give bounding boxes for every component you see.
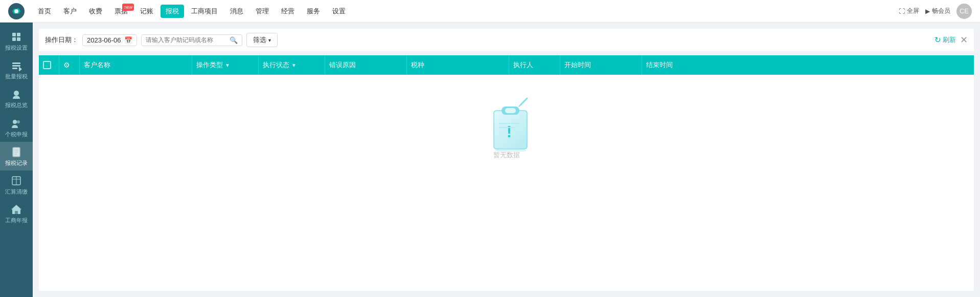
- play-icon: ▶: [925, 8, 930, 15]
- client-name-label: 客户名称: [84, 60, 110, 70]
- svg-rect-3: [17, 33, 20, 36]
- fullscreen-icon: ⛶: [899, 8, 905, 15]
- svg-line-25: [519, 104, 521, 107]
- tax-records-icon: [10, 146, 22, 158]
- th-checkbox: [39, 55, 59, 75]
- settings-icon[interactable]: ⚙: [63, 61, 70, 69]
- svg-text:!: !: [506, 122, 512, 141]
- nav-customer[interactable]: 客户: [58, 5, 82, 18]
- error-reason-label: 错误原因: [329, 60, 356, 70]
- header-checkbox[interactable]: [43, 61, 51, 69]
- filter-button[interactable]: 筛选 ▾: [246, 33, 278, 47]
- table-body: !: [39, 75, 974, 291]
- content-area: 操作日期： 2023-06-06 📅 🔍 筛选 ▾ ↻ 刷新 ✕: [33, 23, 980, 297]
- fullscreen-btn[interactable]: ⛶ 全屏: [899, 7, 919, 15]
- svg-rect-7: [12, 65, 20, 67]
- nav-management[interactable]: 管理: [250, 5, 274, 18]
- th-error-reason: 错误原因: [325, 55, 407, 75]
- top-nav: 首页 客户 收费 票据 new 记账 报税 工商项目 消息 管理 经营 服务 设…: [0, 0, 980, 23]
- nav-operations[interactable]: 经营: [276, 5, 300, 18]
- start-time-label: 开始时间: [564, 60, 591, 70]
- filter-label: 筛选: [253, 35, 266, 45]
- table-header: ⚙ 客户名称 操作类型 ▼ 执行状态 ▼ 错误原因 税种: [39, 55, 974, 75]
- annual-report-label: 工商年报: [5, 217, 28, 224]
- settlement-icon: [10, 175, 22, 187]
- search-wrap: 🔍: [141, 34, 242, 46]
- nav-message[interactable]: 消息: [225, 5, 248, 18]
- nav-accounting[interactable]: 记账: [135, 5, 158, 18]
- svg-rect-8: [12, 68, 17, 69]
- svg-point-10: [14, 91, 19, 96]
- refresh-button[interactable]: ↻ 刷新: [935, 35, 956, 45]
- user-avatar[interactable]: CE: [956, 4, 972, 19]
- fullscreen-label: 全屏: [907, 7, 919, 15]
- executor-label: 执行人: [513, 60, 533, 70]
- sort-icon-status: ▼: [291, 62, 297, 68]
- sidebar: 报税设置 批量报税 报税总览: [0, 23, 33, 297]
- nav-industry[interactable]: 工商项目: [186, 5, 223, 18]
- sidebar-item-tax-summary[interactable]: 报税总览: [0, 84, 33, 113]
- svg-point-11: [13, 120, 17, 124]
- calendar-icon: 📅: [124, 36, 132, 44]
- svg-rect-6: [12, 62, 20, 64]
- svg-marker-9: [19, 67, 22, 71]
- svg-marker-21: [11, 205, 21, 209]
- tax-settings-label: 报税设置: [5, 45, 28, 51]
- toolbar: 操作日期： 2023-06-06 📅 🔍 筛选 ▾ ↻ 刷新 ✕: [39, 29, 974, 51]
- tax-type-label: 税种: [411, 60, 424, 70]
- top-nav-right: ⛶ 全屏 ▶ 畅会员 CE: [899, 4, 972, 19]
- date-label: 操作日期：: [45, 35, 78, 45]
- sidebar-item-batch-tax[interactable]: 批量报税: [0, 55, 33, 84]
- date-picker[interactable]: 2023-06-06 📅: [82, 34, 137, 46]
- nav-settings[interactable]: 设置: [327, 5, 351, 18]
- svg-rect-28: [505, 108, 516, 113]
- th-settings: ⚙: [59, 55, 80, 75]
- th-end-time: 结束时间: [642, 55, 709, 75]
- tax-settings-icon: [10, 31, 22, 43]
- chevron-down-icon: ▾: [268, 37, 271, 43]
- settlement-label: 汇算清缴: [5, 188, 28, 195]
- search-icon: 🔍: [230, 36, 238, 44]
- annual-report-icon: [10, 203, 22, 216]
- th-exec-status[interactable]: 执行状态 ▼: [259, 55, 325, 75]
- batch-tax-icon: [10, 59, 22, 72]
- search-input[interactable]: [146, 36, 227, 44]
- tax-summary-icon: [10, 88, 22, 100]
- sidebar-item-settlement[interactable]: 汇算清缴: [0, 171, 33, 199]
- nav-tax[interactable]: 报税: [161, 5, 184, 18]
- sidebar-item-tax-records[interactable]: 报税记录: [0, 142, 33, 171]
- th-executor: 执行人: [509, 55, 560, 75]
- empty-text: 暂无数据: [493, 151, 520, 160]
- close-button[interactable]: ✕: [960, 35, 968, 45]
- sidebar-item-tax-settings[interactable]: 报税设置: [0, 27, 33, 55]
- sidebar-item-personal-tax[interactable]: 个税申报: [0, 113, 33, 142]
- table-container: ⚙ 客户名称 操作类型 ▼ 执行状态 ▼ 错误原因 税种: [39, 55, 974, 291]
- svg-rect-2: [12, 33, 16, 36]
- sidebar-item-annual-report[interactable]: 工商年报: [0, 199, 33, 228]
- th-start-time: 开始时间: [560, 55, 642, 75]
- nav-invoice[interactable]: 票据 new: [109, 5, 133, 18]
- app-logo[interactable]: [8, 3, 25, 19]
- refresh-label: 刷新: [943, 35, 956, 45]
- tax-summary-label: 报税总览: [5, 102, 28, 109]
- nav-services[interactable]: 服务: [302, 5, 325, 18]
- empty-state: !: [39, 75, 974, 180]
- th-operation-type[interactable]: 操作类型 ▼: [192, 55, 259, 75]
- personal-tax-icon: [10, 117, 22, 130]
- th-client-name: 客户名称: [80, 55, 192, 75]
- nav-items: 首页 客户 收费 票据 new 记账 报税 工商项目 消息 管理 经营 服务 设…: [33, 5, 899, 18]
- svg-rect-22: [15, 211, 18, 214]
- svg-line-23: [521, 98, 527, 104]
- nav-home[interactable]: 首页: [33, 5, 56, 18]
- svg-point-12: [17, 120, 20, 123]
- member-btn[interactable]: ▶ 畅会员: [925, 7, 950, 15]
- exec-status-label: 执行状态: [263, 60, 289, 70]
- end-time-label: 结束时间: [646, 60, 673, 70]
- batch-tax-label: 批量报税: [5, 73, 28, 80]
- personal-tax-label: 个税申报: [5, 131, 28, 138]
- date-value: 2023-06-06: [87, 36, 121, 44]
- new-badge: new: [122, 4, 134, 11]
- nav-billing[interactable]: 收费: [84, 5, 107, 18]
- main-layout: 报税设置 批量报税 报税总览: [0, 23, 980, 297]
- operation-type-label: 操作类型: [196, 60, 223, 70]
